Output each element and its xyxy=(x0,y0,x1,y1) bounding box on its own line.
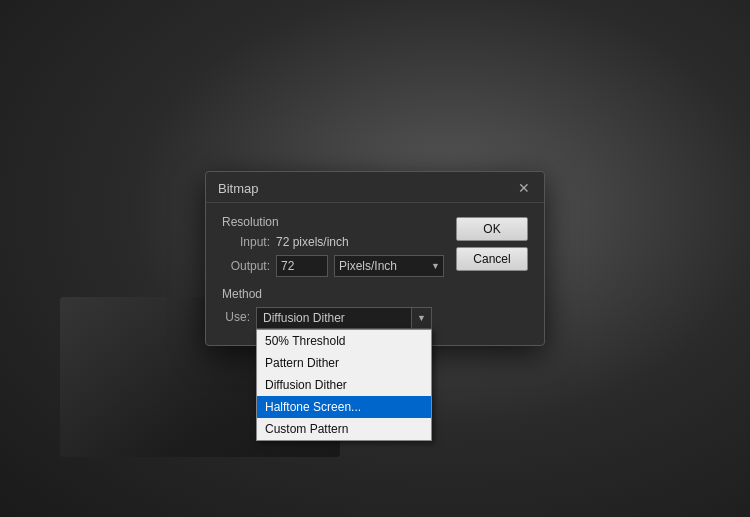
use-row: Use: Diffusion Dither ▼ 50% Threshold Pa… xyxy=(222,307,444,329)
output-unit-select[interactable]: Pixels/Inch Pixels/cm xyxy=(334,255,444,277)
dropdown-item-pattern-dither[interactable]: Pattern Dither xyxy=(257,352,431,374)
method-section-label: Method xyxy=(222,287,444,301)
input-label: Input: xyxy=(222,235,270,249)
use-label: Use: xyxy=(222,310,250,324)
dropdown-arrow-icon: ▼ xyxy=(411,308,431,328)
input-value: 72 pixels/inch xyxy=(276,235,349,249)
input-row: Input: 72 pixels/inch xyxy=(222,235,444,249)
dialog-titlebar: Bitmap ✕ xyxy=(206,172,544,203)
dialog-right-panel: OK Cancel xyxy=(456,215,528,329)
resolution-section-label: Resolution xyxy=(222,215,444,229)
cancel-button[interactable]: Cancel xyxy=(456,247,528,271)
bitmap-dialog: Bitmap ✕ Resolution Input: 72 pixels/inc… xyxy=(205,171,545,346)
dropdown-item-halftone-screen[interactable]: Halftone Screen... xyxy=(257,396,431,418)
dialog-title: Bitmap xyxy=(218,181,258,196)
close-button[interactable]: ✕ xyxy=(516,180,532,196)
use-dropdown-trigger[interactable]: Diffusion Dither ▼ xyxy=(256,307,432,329)
output-unit-wrapper: Pixels/Inch Pixels/cm ▼ xyxy=(334,255,444,277)
output-input[interactable] xyxy=(276,255,328,277)
output-label: Output: xyxy=(222,259,270,273)
method-section: Method Use: Diffusion Dither ▼ 50% Thres… xyxy=(222,287,444,329)
dialog-overlay: Bitmap ✕ Resolution Input: 72 pixels/inc… xyxy=(0,0,750,517)
dropdown-item-diffusion-dither[interactable]: Diffusion Dither xyxy=(257,374,431,396)
dialog-left-panel: Resolution Input: 72 pixels/inch Output:… xyxy=(222,215,444,329)
use-selected-value: Diffusion Dither xyxy=(263,311,345,325)
dialog-body: Resolution Input: 72 pixels/inch Output:… xyxy=(206,203,544,345)
use-dropdown-container: Diffusion Dither ▼ 50% Threshold Pattern… xyxy=(256,307,432,329)
dropdown-item-custom-pattern[interactable]: Custom Pattern xyxy=(257,418,431,440)
ok-button[interactable]: OK xyxy=(456,217,528,241)
output-row: Output: Pixels/Inch Pixels/cm ▼ xyxy=(222,255,444,277)
use-dropdown-menu: 50% Threshold Pattern Dither Diffusion D… xyxy=(256,329,432,441)
dropdown-item-threshold[interactable]: 50% Threshold xyxy=(257,330,431,352)
